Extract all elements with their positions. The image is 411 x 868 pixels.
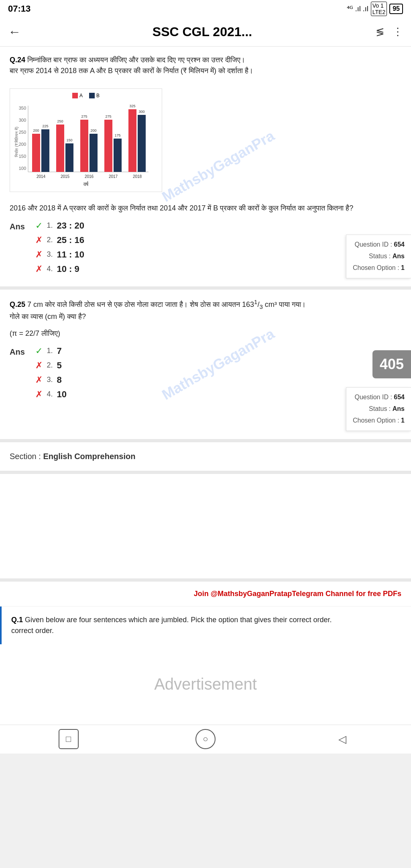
svg-text:2017: 2017	[109, 174, 118, 178]
svg-text:2018: 2018	[133, 174, 142, 178]
app-icons: ≶ ⋮	[376, 26, 403, 38]
watermark: MathsbyGaganPra	[159, 127, 277, 205]
question-25-status-row: Status : Ans	[353, 403, 405, 415]
question-24-info: Question ID : 654 Status : Ans Chosen Op…	[346, 235, 411, 278]
option-25-1: ✓ 1. 7	[35, 346, 67, 356]
q25-id-value: 654	[394, 394, 405, 400]
q24-id-value: 654	[394, 241, 405, 248]
circle-icon: ○	[203, 734, 208, 744]
option-24-2: ✗ 2. 25 : 16	[35, 235, 84, 245]
lte-indicator: Vo 1LTE2	[371, 2, 387, 16]
option-24-3-num: 3.	[47, 250, 53, 259]
svg-text:325: 325	[129, 104, 135, 108]
question-24-id-row: Question ID : 654	[353, 239, 405, 251]
q24-chosen-label: Chosen Option :	[353, 264, 401, 271]
svg-text:निर्यात (₹ मिलियन में): निर्यात (₹ मिलियन में)	[14, 127, 19, 157]
option-25-1-num: 1.	[47, 347, 53, 355]
status-bar: 07:13 ⁴ᴳ .ıl .ıl Vo 1LTE2 95	[0, 0, 411, 18]
status-right: ⁴ᴳ .ıl .ıl Vo 1LTE2 95	[347, 2, 403, 16]
svg-text:300: 300	[19, 118, 26, 123]
bar-2016-b	[90, 134, 98, 172]
back-button[interactable]: ←	[8, 25, 21, 39]
question-24-num: Q.24	[10, 56, 25, 64]
bar-2015-a	[56, 125, 64, 172]
option-25-3-text: 8	[57, 375, 61, 385]
bar-2016-a	[80, 120, 88, 172]
answer-24-section: Ans ✓ 1. 23 : 20 ✗ 2. 25 : 16 ✗ 3. 11 : …	[10, 221, 401, 278]
question-24-block: MathsbyGaganPra Q.24 निम्नांकित बार ग्रा…	[0, 47, 411, 290]
ans-25-label: Ans	[10, 346, 34, 357]
share-icon[interactable]: ≶	[376, 26, 385, 38]
number-badge: 405	[372, 350, 411, 378]
question-25-chosen-row: Chosen Option : 1	[353, 415, 405, 427]
recent-button[interactable]: ◁	[332, 729, 352, 749]
option-24-2-icon: ✗	[35, 235, 43, 245]
question-25-fraction-denom: 3	[259, 303, 262, 310]
svg-text:2015: 2015	[61, 174, 70, 178]
svg-text:175: 175	[114, 133, 120, 137]
question-24-text-1: निम्नांकित बार ग्राफ का अध्ययन कीजिए और …	[27, 56, 245, 64]
home-button[interactable]: □	[59, 729, 79, 749]
option-25-4: ✗ 4. 10	[35, 389, 67, 400]
chart-legend: A B	[14, 93, 158, 98]
option-24-4-text: 10 : 9	[57, 264, 79, 274]
q24-chosen-value: 1	[401, 264, 405, 271]
bar-2015-b	[65, 143, 73, 172]
square-icon: □	[66, 734, 71, 744]
bar-chart: A B 350 300 250 200 150 100 2014	[10, 88, 162, 192]
question-25-fraction: 1	[254, 298, 257, 305]
battery-indicator: 95	[389, 4, 403, 14]
legend-b: B	[89, 93, 100, 98]
question-24-sub: 2016 और 2018 में A प्रकार की कारों के कु…	[10, 202, 401, 214]
option-24-1-num: 1.	[47, 221, 53, 230]
svg-text:275: 275	[81, 114, 87, 118]
option-25-2-icon: ✗	[35, 360, 43, 371]
question-24-chosen-row: Chosen Option : 1	[353, 262, 405, 274]
app-bar: ← SSC CGL 2021... ≶ ⋮	[0, 18, 411, 47]
question-24-text-2: बार ग्राफ 2014 से 2018 तक A और B प्रकार …	[10, 67, 253, 75]
option-25-2-text: 5	[57, 360, 61, 371]
question-25-block: MathsbyGaganPra Q.25 7 cm कोर वाले किसी …	[0, 290, 411, 442]
option-24-1-icon: ✓	[35, 221, 43, 231]
options-25-list: ✓ 1. 7 ✗ 2. 5 ✗ 3. 8 ✗ 4. 10	[35, 346, 67, 404]
legend-a-color	[72, 93, 78, 98]
svg-text:250: 250	[57, 119, 63, 123]
chart-x-label: वर्ष	[14, 181, 158, 188]
option-24-4-num: 4.	[47, 265, 53, 273]
question-25-text-2: cm³ पाया गया।	[265, 300, 306, 308]
option-25-2-num: 2.	[47, 361, 53, 370]
question-25-id-row: Question ID : 654	[353, 392, 405, 403]
bar-2018-b	[138, 115, 146, 172]
q24-status-label: Status :	[369, 253, 393, 259]
section-value: English Comprehension	[43, 452, 135, 461]
question-24-header: Q.24 निम्नांकित बार ग्राफ का अध्ययन कीजि…	[10, 55, 401, 76]
ad-text: Advertisement	[154, 675, 257, 693]
section-header: Section : English Comprehension	[0, 442, 411, 474]
option-25-3-icon: ✗	[35, 375, 43, 385]
svg-text:200: 200	[33, 129, 39, 133]
q24-status-value: Ans	[393, 253, 405, 259]
question-25-text-1: 7 cm कोर वाले किसी ठोस धन से एक ठोस गोला…	[27, 300, 254, 308]
question-25-num: Q.25	[10, 300, 25, 308]
q1-text-cont: correct order.	[11, 627, 54, 635]
option-24-3-icon: ✗	[35, 249, 43, 260]
status-time: 07:13	[8, 4, 31, 14]
option-24-2-text: 25 : 16	[57, 235, 84, 245]
legend-a: A	[72, 93, 83, 98]
svg-text:200: 200	[19, 142, 26, 147]
spacer	[0, 474, 411, 578]
chart-svg: 350 300 250 200 150 100 2014 200 225 201…	[14, 102, 151, 178]
question-25-pi: (π = 22/7 लीजिए)	[10, 328, 401, 339]
telegram-promo[interactable]: Join @MathsbyGaganPratapTelegram Channel…	[0, 582, 411, 607]
legend-a-label: A	[79, 93, 83, 98]
q25-chosen-value: 1	[401, 417, 405, 424]
svg-text:275: 275	[105, 114, 111, 118]
q1-block: Q.1 Given below are four sentences which…	[0, 607, 411, 644]
option-24-1-text: 23 : 20	[57, 221, 84, 231]
option-25-3: ✗ 3. 8	[35, 375, 67, 385]
option-25-4-num: 4.	[47, 390, 53, 398]
svg-text:2016: 2016	[85, 174, 94, 178]
option-24-3: ✗ 3. 11 : 10	[35, 249, 84, 260]
more-icon[interactable]: ⋮	[393, 26, 403, 38]
back-button-nav[interactable]: ○	[195, 729, 216, 749]
